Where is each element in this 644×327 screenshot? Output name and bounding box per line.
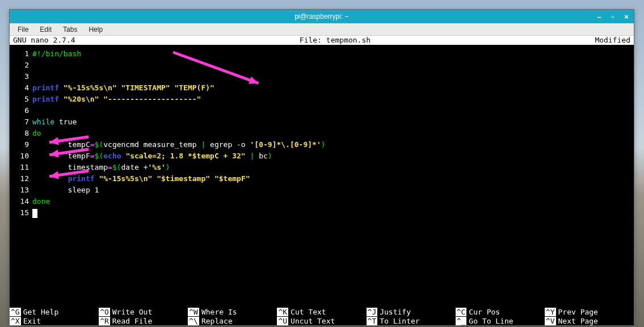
shortcut-label: Where Is <box>201 308 237 316</box>
maximize-button[interactable]: ▫ <box>608 12 618 21</box>
code-line[interactable]: 15 <box>10 207 634 219</box>
line-number: 14 <box>10 196 32 207</box>
shortcut-label: Replace <box>201 317 233 325</box>
line-content <box>32 105 634 116</box>
shortcut-item: ^WWhere Is <box>188 307 277 316</box>
shortcut-key: ^W <box>188 308 199 316</box>
line-number: 13 <box>10 185 32 196</box>
code-line[interactable]: 2 <box>10 60 634 71</box>
line-content: #!/bin/bash <box>32 48 634 60</box>
line-number: 7 <box>10 116 32 128</box>
terminal-window: pi@raspberrypi: ~ – ▫ × File Edit Tabs H… <box>9 9 634 326</box>
shortcut-key: ^X <box>10 317 21 325</box>
shortcut-label: Uncut Text <box>291 317 335 325</box>
code-line[interactable]: 14done <box>10 196 634 207</box>
line-number: 9 <box>10 139 32 150</box>
code-line[interactable]: 9 tempC=$(vcgencmd measure_temp | egrep … <box>10 139 634 150</box>
line-content: tempC=$(vcgencmd measure_temp | egrep -o… <box>32 139 634 150</box>
code-line[interactable]: 11 timestamp=$(date +'%s') <box>10 162 634 173</box>
shortcut-key: ^_ <box>456 317 467 325</box>
shortcut-item: ^\Replace <box>188 316 277 325</box>
menu-edit[interactable]: Edit <box>35 24 56 35</box>
line-content: sleep 1 <box>32 185 634 196</box>
editor-area[interactable]: 1#!/bin/bash234printf "%-15s%5s\n" "TIME… <box>10 45 634 219</box>
code-line[interactable]: 8do <box>10 128 634 139</box>
shortcut-item: ^KCut Text <box>277 307 366 316</box>
line-number: 11 <box>10 162 32 173</box>
line-number: 6 <box>10 105 32 116</box>
shortcut-item: ^XExit <box>10 316 99 325</box>
line-content: done <box>32 196 634 207</box>
line-content: printf "%-15s%5s\n" "$timestamp" "$tempF… <box>32 173 634 185</box>
shortcut-label: Write Out <box>112 308 152 316</box>
text-cursor <box>32 209 37 218</box>
code-line[interactable]: 1#!/bin/bash <box>10 48 634 60</box>
shortcut-key: ^T <box>367 317 378 325</box>
shortcut-key: ^G <box>10 308 21 316</box>
line-content <box>32 71 634 82</box>
shortcut-key: ^\ <box>188 317 199 325</box>
line-content: tempF=$(echo "scale=2; 1.8 *$tempC + 32"… <box>32 150 634 162</box>
menu-help[interactable]: Help <box>84 24 107 35</box>
nano-shortcuts: ^GGet Help^OWrite Out^WWhere Is^KCut Tex… <box>10 307 634 325</box>
nano-header: GNU nano 2.7.4 File: tempmon.sh Modified <box>10 36 634 45</box>
terminal-viewport[interactable]: GNU nano 2.7.4 File: tempmon.sh Modified… <box>10 36 634 325</box>
shortcut-label: Prev Page <box>558 308 598 316</box>
code-line[interactable]: 10 tempF=$(echo "scale=2; 1.8 *$tempC + … <box>10 150 634 162</box>
line-content <box>32 60 634 71</box>
code-line[interactable]: 5printf "%20s\n" "--------------------" <box>10 94 634 105</box>
line-content: timestamp=$(date +'%s') <box>32 162 634 173</box>
shortcut-label: Justify <box>380 308 411 316</box>
line-number: 3 <box>10 71 32 82</box>
line-number: 2 <box>10 60 32 71</box>
shortcut-item: ^RRead File <box>99 316 188 325</box>
shortcut-label: Go To Line <box>469 317 513 325</box>
code-line[interactable]: 12 printf "%-15s%5s\n" "$timestamp" "$te… <box>10 173 634 185</box>
line-content: while true <box>32 116 634 128</box>
shortcut-label: Get Help <box>23 308 59 316</box>
line-number: 8 <box>10 128 32 139</box>
shortcut-item: ^OWrite Out <box>99 307 188 316</box>
shortcut-key: ^K <box>277 308 288 316</box>
shortcut-key: ^O <box>99 308 110 316</box>
shortcut-item: ^UUncut Text <box>277 316 366 325</box>
menu-file[interactable]: File <box>13 24 33 35</box>
line-content: do <box>32 128 634 139</box>
menu-tabs[interactable]: Tabs <box>58 24 82 35</box>
shortcut-item: ^CCur Pos <box>456 307 545 316</box>
code-line[interactable]: 3 <box>10 71 634 82</box>
nano-filename: File: tempmon.sh <box>75 36 595 45</box>
shortcut-item: ^YPrev Page <box>545 307 634 316</box>
shortcut-key: ^J <box>367 308 378 316</box>
line-number: 1 <box>10 48 32 60</box>
shortcut-label: Cur Pos <box>469 308 500 316</box>
close-button[interactable]: × <box>621 12 632 21</box>
shortcut-label: Read File <box>112 317 152 325</box>
shortcut-item: ^VNext Page <box>545 316 634 325</box>
shortcut-label: To Linter <box>380 317 419 325</box>
shortcut-item: ^TTo Linter <box>367 316 456 325</box>
minimize-button[interactable]: – <box>594 12 604 21</box>
shortcut-item: ^GGet Help <box>10 307 99 316</box>
line-number: 15 <box>10 207 32 219</box>
code-line[interactable]: 4printf "%-15s%5s\n" "TIMESTAMP" "TEMP(F… <box>10 82 634 94</box>
code-line[interactable]: 7while true <box>10 116 634 128</box>
shortcut-key: ^Y <box>545 308 556 316</box>
shortcut-label: Cut Text <box>291 308 326 316</box>
shortcut-key: ^R <box>99 317 110 325</box>
shortcut-item: ^_Go To Line <box>456 316 545 325</box>
line-number: 5 <box>10 94 32 105</box>
nano-version: GNU nano 2.7.4 <box>11 36 75 45</box>
line-number: 10 <box>10 150 32 162</box>
shortcut-key: ^V <box>545 317 556 325</box>
code-line[interactable]: 13 sleep 1 <box>10 185 634 196</box>
line-number: 12 <box>10 173 32 185</box>
line-content: printf "%-15s%5s\n" "TIMESTAMP" "TEMP(F)… <box>32 82 634 94</box>
window-titlebar[interactable]: pi@raspberrypi: ~ – ▫ × <box>10 10 634 23</box>
nano-modified: Modified <box>595 36 633 45</box>
window-title: pi@raspberrypi: ~ <box>294 12 348 20</box>
shortcut-key: ^U <box>277 317 288 325</box>
line-content <box>32 207 634 219</box>
line-number: 4 <box>10 82 32 94</box>
code-line[interactable]: 6 <box>10 105 634 116</box>
